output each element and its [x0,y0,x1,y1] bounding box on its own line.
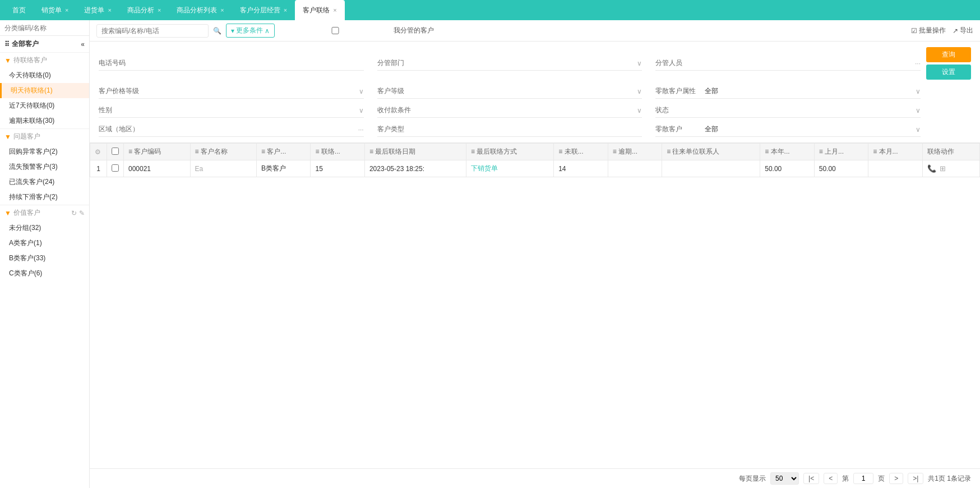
chevron-down-icon[interactable]: ∨ [359,88,364,95]
chevron-down-icon[interactable]: ∨ [637,59,642,67]
filter-customer-level: 客户等级 ∨ [377,84,642,99]
close-icon[interactable]: × [284,7,287,13]
chevron-down-icon[interactable]: ∨ [637,88,642,95]
sidebar-item-b-customers[interactable]: B类客户(33) [0,251,89,266]
nav-product-analysis-list[interactable]: 商品分析列表 × [169,0,232,20]
customer-type-label: 客户类型 [377,125,422,134]
edit-icon[interactable]: ✎ [79,209,85,217]
sidebar-item-c-customers[interactable]: C类客户(6) [0,266,89,281]
query-button[interactable]: 查询 [926,47,971,62]
nav-customer-segmentation[interactable]: 客户分层经营 × [232,0,295,20]
close-icon[interactable]: × [65,7,68,13]
col-checkbox[interactable] [107,144,124,160]
filter-status: 状态 ∨ [655,103,921,118]
filter-price-level: 客户价格等级 ∨ [99,84,364,99]
data-table-container: ⚙ ≡ 客户编码 ≡ 客户名称 ≡ 客户... ≡ 联络... ≡ 最后联络日期… [90,143,980,468]
toolbar-right: ☑ 批量操作 ↗ 导出 [911,26,973,35]
retail-customer-select[interactable]: 全部 [705,125,916,134]
page-size-select[interactable]: 50 100 200 [770,472,799,485]
row-checkbox[interactable] [112,164,119,172]
filter-gender: 性别 ∨ [99,103,364,118]
col-unreached[interactable]: ≡ 未联... [554,144,608,160]
chevron-down-icon[interactable]: ∨ [916,88,921,95]
sidebar-item-overdue[interactable]: 逾期未联络(30) [0,113,89,128]
col-name[interactable]: ≡ 客户名称 [190,144,257,160]
filter-row-1: 电话号码 分管部门 ∨ 分管人员 ··· 查询 设置 [99,47,971,80]
row-last-month: 50.00 [814,160,868,177]
close-icon[interactable]: × [333,7,336,13]
sidebar-item-a-customers[interactable]: A类客户(1) [0,236,89,251]
sidebar-item-churn-warning[interactable]: 流失预警客户(3) [0,159,89,174]
sidebar-item-7days-pending[interactable]: 近7天待联络(0) [0,98,89,113]
nav-product-analysis[interactable]: 商品分析 × [119,0,169,20]
batch-icon: ☑ [911,27,917,35]
all-customers-title[interactable]: ⠿ 全部客户 « [0,36,89,52]
payment-label: 收付款条件 [377,105,422,115]
search-button[interactable]: 🔍 [213,27,221,35]
nav-purchase-order[interactable]: 进货单 × [76,0,119,20]
more-icon[interactable]: ··· [915,59,921,67]
export-button[interactable]: ↗ 导出 [953,26,973,35]
collapse-icon[interactable]: « [81,40,85,48]
row-checkbox-cell[interactable] [107,160,124,177]
top-navigation: 首页 销货单 × 进货单 × 商品分析 × 商品分析列表 × 客户分层经营 × … [0,0,980,20]
close-icon[interactable]: × [220,7,224,13]
col-overdue[interactable]: ≡ 逾期... [608,144,662,160]
retail-attr-label: 零散客户属性 [655,86,700,96]
filter-retail-customer: 零散客户 全部 ∨ [655,122,921,137]
price-level-label: 客户价格等级 [99,86,144,96]
batch-operation-button[interactable]: ☑ 批量操作 [911,26,946,35]
filter-row-3: 性别 ∨ 收付款条件 ∨ 状态 ∨ [99,103,971,118]
row-actions: 📞 ⊞ [922,160,979,177]
prev-page-button[interactable]: < [824,473,838,484]
close-icon[interactable]: × [158,7,161,13]
row-contact-count: 15 [311,160,364,177]
settings-button[interactable]: 设置 [926,65,971,80]
sidebar-item-repurchase-abnormal[interactable]: 回购异常客户(2) [0,144,89,159]
close-icon[interactable]: × [108,7,111,13]
more-icon[interactable]: ··· [358,126,364,133]
col-gear[interactable]: ⚙ [90,144,107,160]
retail-attr-select[interactable]: 全部 [705,86,916,96]
last-page-button[interactable]: >| [908,473,923,484]
col-this-month[interactable]: ≡ 本月... [868,144,922,160]
nav-customer-contact[interactable]: 客户联络 × [295,0,344,20]
col-contact-person[interactable]: ≡ 往来单位联系人 [662,144,760,160]
sidebar-item-tomorrow-pending[interactable]: 明天待联络(1) [0,83,89,98]
next-page-button[interactable]: > [889,473,903,484]
col-last-contact-date[interactable]: ≡ 最后联络日期 [364,144,466,160]
nav-sales-order[interactable]: 销货单 × [34,0,76,20]
col-last-month[interactable]: ≡ 上月... [814,144,868,160]
last-contact-link[interactable]: 下销货单 [471,164,498,172]
my-customers-checkbox-label[interactable]: 我分管的客户 [279,26,434,35]
page-number-input[interactable] [853,473,873,484]
more-filter-button[interactable]: ▾ 更多条件 ∧ [226,24,275,38]
refresh-icon[interactable]: ↻ [71,209,77,217]
first-page-button[interactable]: |< [803,473,819,484]
sidebar-item-churned[interactable]: 已流失客户(24) [0,174,89,190]
nav-home[interactable]: 首页 [4,0,34,20]
grid-action-icon[interactable]: ⊞ [940,164,946,173]
chevron-down-icon[interactable]: ∨ [916,107,921,114]
sidebar-item-declining[interactable]: 持续下滑客户(2) [0,190,89,205]
gear-icon[interactable]: ⚙ [95,148,101,156]
chevron-down-icon[interactable]: ∨ [637,107,642,114]
select-all-checkbox[interactable] [112,148,119,155]
my-customers-checkbox[interactable] [279,27,391,34]
dept-label: 分管部门 [377,58,422,68]
chevron-down-icon[interactable]: ∨ [916,126,921,133]
col-code[interactable]: ≡ 客户编码 [124,144,191,160]
sidebar-search-input[interactable] [4,24,89,32]
sidebar-item-today-pending[interactable]: 今天待联络(0) [0,68,89,83]
col-customer-type[interactable]: ≡ 客户... [257,144,311,160]
col-contact-count[interactable]: ≡ 联络... [311,144,364,160]
col-last-contact-method[interactable]: ≡ 最后联络方式 [466,144,553,160]
filter-row-2: 客户价格等级 ∨ 客户等级 ∨ 零散客户属性 全部 ∨ [99,84,971,99]
search-input[interactable] [96,24,209,38]
sidebar-item-ungrouped[interactable]: 未分组(32) [0,220,89,236]
filter-phone: 电话号码 [99,56,364,71]
col-year-amount[interactable]: ≡ 本年... [760,144,814,160]
row-last-contact-method[interactable]: 下销货单 [466,160,553,177]
phone-action-icon[interactable]: 📞 [927,164,936,173]
chevron-down-icon[interactable]: ∨ [359,107,364,114]
